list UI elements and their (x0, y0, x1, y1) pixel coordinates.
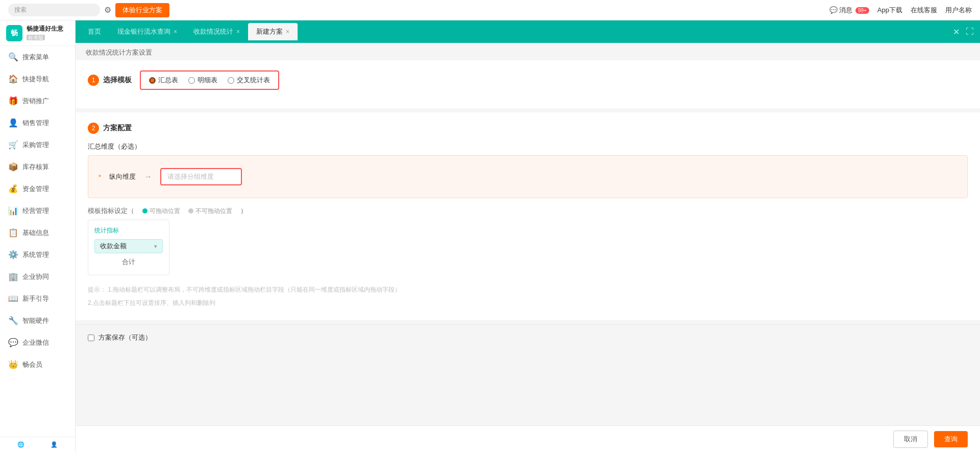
sidebar-item-guide[interactable]: 📖 新手引导 (0, 288, 75, 310)
tab-collection-stats[interactable]: 收款情况统计 × (185, 23, 248, 40)
indicators-section: 模板指标设定（ 可拖动位置 不可拖动位置 ） 统计指标 (88, 206, 968, 275)
page-title: 收款情况统计方案设置 (86, 49, 152, 56)
sidebar-item-finance[interactable]: 💰 资金管理 (0, 178, 75, 200)
radio-detail[interactable]: 明细表 (188, 76, 217, 85)
dimension-placeholder: 请选择分组维度 (167, 173, 214, 180)
tab-bank-flow[interactable]: 现金银行流水查询 × (109, 23, 185, 40)
sidebar-bottom: 🌐 👤 (0, 437, 75, 452)
sidebar-item-inventory[interactable]: 📦 库存核算 (0, 156, 75, 178)
indicators-header-row: 模板指标设定（ 可拖动位置 不可拖动位置 ） (88, 206, 968, 216)
sidebar-item-sales[interactable]: 👤 销售管理 (0, 112, 75, 134)
sidebar-bottom-icon-2: 👤 (51, 441, 58, 448)
stats-section-label: 统计指标 (94, 226, 163, 235)
dimension-config-area: * 纵向维度 → 请选择分组维度 (88, 155, 968, 198)
purchase-icon: 🛒 (8, 140, 18, 150)
sidebar-item-search-menu[interactable]: 🔍 搜索菜单 (0, 46, 75, 68)
sidebar: 畅 畅捷通好生意 标准版 🔍 搜索菜单 🏠 快捷导航 🎁 营销推广 👤 销售管理 (0, 20, 76, 452)
tab-bank-flow-close[interactable]: × (174, 28, 177, 35)
message-item[interactable]: 💬 消息 99+ (829, 6, 869, 15)
user-name[interactable]: 用户名称 (945, 6, 972, 15)
header-right: 💬 消息 99+ App下载 在线客服 用户名称 (829, 6, 972, 15)
stats-tag-amount[interactable]: 收款金额 ▾ (94, 239, 163, 253)
sidebar-item-purchase[interactable]: 🛒 采购管理 (0, 134, 75, 156)
step2-row: 2 方案配置 (88, 123, 968, 134)
tab-collection-stats-label: 收款情况统计 (193, 27, 233, 36)
movable-toggle-label: 可拖动位置 (142, 207, 180, 216)
finance-icon: 💰 (8, 184, 18, 194)
radio-summary[interactable]: 汇总表 (149, 76, 178, 85)
trial-industry-button[interactable]: 体验行业方案 (115, 3, 169, 17)
footer-actions: 取消 查询 (76, 425, 980, 452)
online-service-link[interactable]: 在线客服 (911, 6, 937, 15)
tabbar-actions: ✕ ⛶ (951, 25, 980, 39)
fixed-dot (188, 208, 193, 213)
tab-bank-flow-label: 现金银行流水查询 (117, 27, 170, 36)
summary-dimension-title: 汇总维度（必选） (88, 142, 968, 151)
app-download-link[interactable]: App下载 (877, 6, 902, 15)
sidebar-item-enterprise[interactable]: 🏢 企业协同 (0, 266, 75, 288)
sidebar-label-operation: 经营管理 (22, 206, 49, 216)
radio-summary-label: 汇总表 (158, 76, 178, 85)
tab-new-plan[interactable]: 新建方案 × (248, 23, 298, 40)
sidebar-label-enterprise: 企业协同 (22, 272, 49, 281)
save-plan-checkbox[interactable] (88, 335, 94, 341)
message-badge: 99+ (855, 7, 869, 14)
sidebar-item-operation[interactable]: 📊 经营管理 (0, 200, 75, 222)
tabbar: 首页 现金银行流水查询 × 收款情况统计 × 新建方案 × ✕ ⛶ (76, 20, 980, 43)
header-search-box[interactable]: 搜索 (8, 4, 100, 16)
chevron-down-icon: ▾ (154, 243, 157, 250)
basic-info-icon: 📋 (8, 228, 18, 237)
hint-area: 提示： 1.拖动标题栏可以调整布局，不可跨维度或指标区域拖动栏目字段（只能在同一… (88, 283, 968, 309)
sidebar-item-system[interactable]: ⚙️ 系统管理 (0, 244, 75, 266)
sidebar-item-quick-nav[interactable]: 🏠 快捷导航 (0, 68, 75, 90)
fixed-toggle-label: 不可拖动位置 (188, 207, 232, 216)
sidebar-bottom-item-2[interactable]: 👤 (51, 441, 58, 448)
guide-icon: 📖 (8, 294, 18, 303)
stats-total-row: 合计 (94, 255, 163, 269)
sidebar-label-system: 系统管理 (22, 250, 49, 259)
step2-label: 方案配置 (103, 124, 132, 133)
logo-icon: 畅 (6, 25, 22, 41)
enterprise-icon: 🏢 (8, 272, 18, 281)
radio-crosstab-input[interactable] (228, 77, 234, 84)
logo-text: 畅捷通好生意 标准版 (27, 25, 63, 41)
hint-line-2: 2.点击标题栏下拉可设置排序、插入列和删除列 (88, 297, 968, 309)
radio-crosstab-label: 交叉统计表 (237, 76, 270, 85)
page-title-bar: 收款情况统计方案设置 (76, 43, 980, 60)
radio-detail-input[interactable] (188, 77, 195, 84)
sidebar-item-member[interactable]: 👑 畅会员 (0, 353, 75, 375)
indicators-title: 模板指标设定（ (88, 206, 134, 216)
sidebar-label-hardware: 智能硬件 (22, 316, 49, 325)
step1-label: 选择模板 (103, 76, 132, 85)
sidebar-item-basic-info[interactable]: 📋 基础信息 (0, 222, 75, 244)
save-plan-label: 方案保存（可选） (99, 333, 152, 342)
tab-new-plan-label: 新建方案 (256, 27, 283, 36)
tab-close-all-button[interactable]: ✕ (951, 25, 962, 39)
wechat-icon: 💬 (8, 338, 18, 347)
settings-icon[interactable]: ⚙ (104, 5, 111, 15)
radio-crosstab[interactable]: 交叉统计表 (228, 76, 270, 85)
tab-home[interactable]: 首页 (80, 23, 109, 40)
sidebar-label-marketing: 营销推广 (22, 97, 49, 106)
sidebar-item-wechat[interactable]: 💬 企业微信 (0, 331, 75, 353)
step2-card: 2 方案配置 汇总维度（必选） * 纵向维度 → 请选择分组维度 模板指标设定（ (76, 112, 980, 320)
stats-tag-label: 收款金额 (100, 242, 127, 251)
cancel-button[interactable]: 取消 (893, 431, 928, 448)
sidebar-label-purchase: 采购管理 (22, 140, 49, 150)
sidebar-menu: 🔍 搜索菜单 🏠 快捷导航 🎁 营销推广 👤 销售管理 🛒 采购管理 📦 (0, 46, 75, 437)
radio-summary-input[interactable] (149, 77, 156, 84)
dimension-select[interactable]: 请选择分组维度 (160, 168, 242, 185)
tab-new-plan-close[interactable]: × (286, 28, 289, 35)
sidebar-bottom-item-1[interactable]: 🌐 (17, 441, 24, 448)
marketing-icon: 🎁 (8, 96, 18, 106)
main-area: 首页 现金银行流水查询 × 收款情况统计 × 新建方案 × ✕ ⛶ 收 (76, 20, 980, 452)
sidebar-item-hardware[interactable]: 🔧 智能硬件 (0, 310, 75, 331)
top-header: 搜索 ⚙ 体验行业方案 💬 消息 99+ App下载 在线客服 用户名称 (0, 0, 980, 20)
query-button[interactable]: 查询 (934, 431, 968, 447)
movable-dot (142, 208, 148, 213)
template-radio-group: 汇总表 明细表 交叉统计表 (149, 76, 270, 85)
tab-collection-stats-close[interactable]: × (236, 28, 240, 35)
sidebar-label-search-menu: 搜索菜单 (22, 53, 49, 62)
tab-expand-button[interactable]: ⛶ (964, 25, 976, 39)
sidebar-item-marketing[interactable]: 🎁 营销推广 (0, 90, 75, 112)
